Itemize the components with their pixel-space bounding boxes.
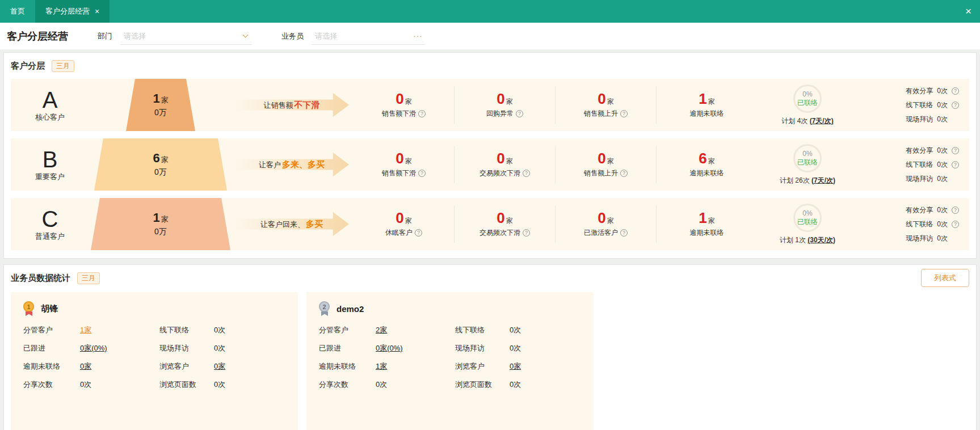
segment-rows: A 核心客户 1家 0万 让销售额不下滑 0家 销售额下滑? 0家 回购异	[11, 79, 969, 250]
progress-percent: 0%	[802, 209, 812, 217]
progress-percent: 0%	[802, 90, 812, 98]
segment-count: 1家	[153, 92, 168, 105]
salesperson-card: 1 胡锋 分管客户 1家 线下联络 0次 已跟进 0家(0%) 现场拜访 0次 …	[11, 292, 298, 430]
segment-count: 1家	[153, 212, 168, 224]
segment-stat: 0家 交易频次下滑?	[455, 205, 556, 243]
salesperson-panel-header: 业务员数据统计 三月 列表式	[11, 265, 969, 291]
help-icon[interactable]: ?	[952, 147, 959, 154]
salesperson-filter: 业务员 ···	[281, 28, 425, 45]
stat-link[interactable]: 2家	[376, 325, 455, 335]
segment-letter: B	[11, 147, 89, 171]
progress-ring: 0% 已联络	[793, 85, 822, 113]
salesperson-card: 2 demo2 分管客户 2家 线下联络 0次 已跟进 0家(0%) 现场拜访 …	[306, 292, 594, 430]
goal-highlight: 多来、多买	[282, 159, 325, 169]
help-icon[interactable]: ?	[620, 110, 628, 117]
tab-close-icon[interactable]: ×	[95, 7, 99, 15]
goal-arrow: 让销售额不下滑	[234, 89, 349, 121]
progress-ring: 0% 已联络	[793, 144, 822, 172]
help-icon[interactable]: ?	[415, 229, 422, 237]
segment-row-a: A 核心客户 1家 0万 让销售额不下滑 0家 销售额下滑? 0家 回购异	[11, 79, 969, 131]
segmentation-panel: 客户分层 三月 A 核心客户 1家 0万 让销售额不下滑 0家 销售额下滑?	[3, 52, 977, 259]
segment-stat: 0家 销售额上升?	[556, 86, 657, 124]
tab-home[interactable]: 首页	[0, 0, 35, 23]
help-icon[interactable]: ?	[418, 170, 426, 177]
help-icon[interactable]: ?	[952, 206, 959, 214]
stat-link[interactable]: 0家(0%)	[376, 343, 455, 353]
goal-text: 让销售额不下滑	[264, 100, 320, 111]
progress-percent: 0%	[802, 150, 812, 158]
segment-stat: 0家 已激活客户?	[556, 205, 657, 243]
help-icon[interactable]: ?	[418, 110, 426, 117]
help-icon[interactable]: ?	[952, 102, 959, 109]
segment-letter: C	[11, 207, 89, 231]
page-title: 客户分层经营	[7, 29, 68, 43]
ellipsis-icon[interactable]: ···	[413, 31, 423, 40]
progress-ring: 0% 已联络	[793, 204, 822, 232]
stat-link[interactable]: 0家	[214, 361, 285, 372]
pyramid-segment-shape: 1家 0万	[91, 198, 230, 250]
goal-arrow: 让客户多来、多买	[234, 149, 349, 180]
rank-medal-icon: 2	[319, 301, 330, 316]
segment-row-c: C 普通客户 1家 0万 让客户回来、多买 0家 休眠客户? 0家 交易频	[11, 198, 969, 250]
pyramid-segment-shape: 6家 0万	[94, 138, 227, 191]
progress-status: 已联络	[797, 218, 818, 226]
help-icon[interactable]: ?	[516, 110, 523, 117]
stat-link[interactable]: 0家	[80, 361, 159, 372]
segment-amount: 0万	[154, 108, 167, 118]
salesperson-title: 业务员数据统计	[11, 273, 70, 284]
segment-letter: A	[11, 88, 89, 112]
help-icon[interactable]: ?	[523, 170, 530, 177]
contact-plan: 计划 4次 (7天/次)	[781, 116, 833, 126]
segment-count: 6家	[153, 152, 168, 165]
salesperson-name: 胡锋	[41, 303, 58, 314]
segment-amount: 0万	[154, 167, 167, 178]
department-select-input[interactable]	[123, 31, 240, 41]
window-close-icon[interactable]: ×	[957, 0, 980, 23]
segment-row-b: B 重要客户 6家 0万 让客户多来、多买 0家 销售额下滑? 0家 交易	[11, 138, 969, 191]
stat-link[interactable]: 1家	[80, 325, 159, 335]
goal-highlight: 不下滑	[295, 100, 320, 109]
department-select[interactable]	[120, 28, 252, 45]
salesperson-picker-input[interactable]	[314, 31, 410, 41]
contact-progress: 0% 已联络 计划 4次 (7天/次)	[757, 85, 858, 126]
share-stat-line: 线下联络0次?	[858, 220, 959, 229]
share-stats: 有效分享0次? 线下联络0次? 现场拜访0次	[858, 205, 969, 243]
help-icon[interactable]: ?	[952, 87, 959, 95]
help-icon[interactable]: ?	[620, 170, 628, 177]
tab-customer-segmentation[interactable]: 客户分层经营 ×	[35, 0, 110, 23]
department-filter: 部门	[98, 28, 252, 45]
stat-link[interactable]: 0家(0%)	[80, 343, 159, 353]
goal-arrow: 让客户回来、多买	[234, 208, 349, 240]
tab-home-label: 首页	[10, 6, 25, 16]
salesperson-picker[interactable]: ···	[312, 28, 425, 45]
stat-link[interactable]: 1家	[376, 361, 455, 372]
contact-progress: 0% 已联络 计划 26次 (7天/次)	[757, 144, 858, 186]
segment-stat: 0家 销售额下滑?	[354, 86, 455, 124]
share-stats: 有效分享0次? 线下联络0次? 现场拜访0次	[858, 146, 969, 184]
help-icon[interactable]: ?	[620, 229, 628, 237]
top-tab-bar: 首页 客户分层经营 × ×	[0, 0, 980, 23]
share-stat-line: 有效分享0次?	[858, 146, 959, 155]
help-icon[interactable]: ?	[523, 229, 530, 237]
stat-overdue: 1家 逾期未联络	[657, 205, 757, 243]
goal-highlight: 多买	[306, 219, 323, 229]
share-stat-line: 现场拜访0次	[858, 115, 959, 124]
help-icon[interactable]: ?	[952, 221, 959, 228]
list-view-button[interactable]: 列表式	[921, 269, 969, 287]
salesperson-panel: 业务员数据统计 三月 列表式 1 胡锋 分管客户 1家 线下联络 0次 已跟进 …	[3, 264, 977, 430]
contact-plan: 计划 26次 (7天/次)	[780, 176, 835, 186]
help-icon[interactable]: ?	[952, 161, 959, 168]
salesperson-name: demo2	[337, 304, 364, 314]
tab-label: 客户分层经营	[45, 6, 90, 16]
segment-stat: 0家 销售额下滑?	[354, 146, 455, 183]
month-badge: 三月	[52, 60, 74, 72]
goal-text: 让客户多来、多买	[259, 159, 325, 170]
stat-link[interactable]: 0家	[510, 361, 581, 372]
month-badge: 三月	[77, 272, 100, 284]
rank-medal-icon: 1	[23, 301, 35, 316]
share-stats: 有效分享0次? 线下联络0次? 现场拜访0次	[858, 86, 969, 124]
segment-stat: 0家 交易频次下滑?	[455, 146, 556, 183]
salesperson-label: 业务员	[281, 31, 304, 41]
segment-stat: 0家 休眠客户?	[354, 205, 455, 243]
segment-category: 核心客户	[11, 112, 89, 123]
